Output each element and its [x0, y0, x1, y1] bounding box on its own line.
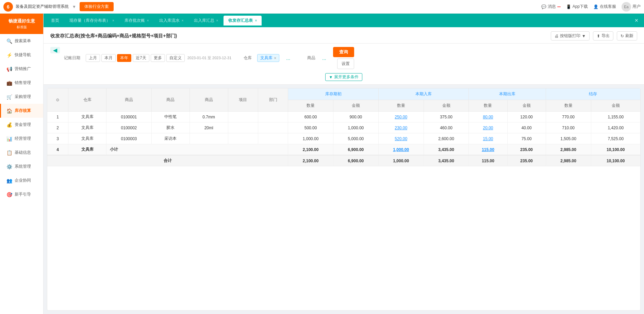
tab-batch-account-close[interactable]: ×: [147, 19, 149, 22]
purchase-icon: 🛒: [6, 94, 12, 100]
opening-group-header: 库存期初: [288, 88, 379, 100]
print-dropdown-icon: ▼: [582, 34, 586, 38]
sidebar-item-basic-info[interactable]: 📋 基础信息: [0, 146, 43, 160]
subtotal-out-qty[interactable]: 115.00: [469, 144, 507, 155]
date-btn-custom[interactable]: 自定义: [166, 54, 185, 62]
refresh-button[interactable]: ↻ 刷新: [617, 31, 637, 40]
goods-ellipsis[interactable]: ...: [321, 55, 328, 61]
subtotal-row: 4 文具库 小计 2,100.00 6,900.00 1,000.00 3,43…: [47, 144, 640, 155]
tab-batch-account[interactable]: 库存批次账 ×: [120, 16, 154, 26]
filter-collapse-button[interactable]: ◀: [50, 47, 60, 53]
table-container: ⚙ 仓库 商品 商品 商品 项目 部门 库存期初 本期入库 本期出库: [47, 88, 641, 311]
sidebar-logo: 畅捷通好生意 标准版: [0, 14, 43, 34]
data-table: ⚙ 仓库 商品 商品 商品 项目 部门 库存期初 本期入库 本期出库: [47, 88, 640, 166]
tab-stock-dist[interactable]: 现存量（库存分布表） ×: [65, 16, 119, 26]
tab-home[interactable]: 首页: [46, 16, 64, 26]
message-button[interactable]: 💬 消息: [541, 4, 561, 10]
table-row: 2 文具库 0100002 胶水 20ml 500.00 1,000.00 23…: [47, 122, 640, 133]
expand-icon: ▼: [329, 75, 333, 80]
tab-receive-summary[interactable]: 收发存汇总表 ×: [224, 16, 262, 26]
settings-button[interactable]: 设置: [337, 59, 354, 69]
row-in-amt: 2,600.00: [424, 133, 469, 144]
avatar: Ea: [622, 2, 631, 12]
sidebar-item-cooperation[interactable]: 👥 企业协同: [0, 173, 43, 187]
sales-icon: 💼: [6, 80, 12, 86]
app-wrapper: 6 装备及固定资产辅助管理系统 ▼ 体验行业方案 💬 消息 📱 App下载 👤: [0, 0, 644, 314]
sidebar-item-inventory[interactable]: 🏠 库存核算: [0, 104, 43, 118]
date-btn-this-month[interactable]: 本月: [101, 54, 116, 62]
sidebar-item-guide[interactable]: 🎯 新手引导: [0, 187, 43, 201]
finance-icon: 💰: [6, 122, 12, 128]
row-out-qty[interactable]: 15.00: [469, 133, 507, 144]
sidebar-item-label: 系统管理: [15, 164, 31, 169]
sidebar-item-label: 采购管理: [15, 94, 31, 100]
date-btn-more[interactable]: 更多: [151, 54, 165, 62]
print-button[interactable]: 🖨 按钮版打印 ▼: [551, 31, 590, 40]
sidebar-item-system[interactable]: ⚙️ 系统管理: [0, 160, 43, 173]
goods-spec-col-header: 商品: [189, 88, 228, 112]
row-in-qty[interactable]: 230.00: [378, 122, 424, 133]
app-download-button[interactable]: 📱 App下载: [566, 4, 588, 10]
guide-icon: 🎯: [6, 192, 12, 197]
tab-inout-summary[interactable]: 出入库汇总 ×: [189, 16, 223, 26]
date-btn-this-year[interactable]: 本年: [117, 54, 131, 62]
goods-filter-label: 商品: [307, 55, 315, 61]
date-btn-7days[interactable]: 近7天: [133, 54, 149, 62]
tab-receive-summary-label: 收发存汇总表: [228, 18, 253, 23]
print-icon: 🖨: [555, 34, 559, 38]
sidebar-item-purchase[interactable]: 🛒 采购管理: [0, 90, 43, 104]
sidebar-item-sales[interactable]: 💼 销售管理: [0, 76, 43, 90]
sidebar-item-operation[interactable]: 📊 经营管理: [0, 132, 43, 146]
warehouse-tag-label: 文具库: [260, 55, 273, 61]
total-label: 合计: [47, 155, 288, 166]
top-bar: 6 装备及固定资产辅助管理系统 ▼ 体验行业方案 💬 消息 📱 App下载 👤: [0, 0, 644, 14]
warehouse-ellipsis[interactable]: ...: [285, 55, 292, 61]
row-out-qty[interactable]: 80.00: [469, 112, 507, 122]
tab-stock-dist-close[interactable]: ×: [112, 19, 114, 22]
subtotal-warehouse: 文具库: [68, 144, 106, 155]
goods-code-col-header: 商品: [106, 88, 152, 112]
row-opening-amt: 5,000.00: [333, 133, 379, 144]
settings-col-header[interactable]: ⚙: [47, 88, 68, 112]
export-button[interactable]: ⬆ 导出: [593, 31, 613, 40]
row-opening-amt: 900.00: [333, 112, 379, 122]
sidebar-item-finance[interactable]: 💰 资金管理: [0, 118, 43, 132]
query-button[interactable]: 查询: [333, 47, 354, 57]
filter-row-1: 记账日期 上月 本月 本年 近7天 更多 自定义 2023-01-01 至 20…: [64, 47, 354, 69]
row-in-qty[interactable]: 250.00: [378, 112, 424, 122]
row-out-amt: 40.00: [507, 122, 546, 133]
user-button[interactable]: Ea 用户: [622, 2, 641, 12]
experience-button[interactable]: 体验行业方案: [80, 2, 114, 11]
row-closing-amt: 7,525.00: [591, 133, 640, 144]
page-content: 收发存汇总表(按仓库+商品编码+商品+规格型号+项目+部门) 🖨 按钮版打印 ▼…: [44, 27, 644, 314]
row-opening-qty: 500.00: [288, 122, 333, 133]
online-service-button[interactable]: 👤 在线客服: [593, 4, 616, 10]
table-settings-icon[interactable]: ⚙: [56, 98, 60, 102]
tab-inout-summary-close[interactable]: ×: [216, 19, 218, 22]
warehouse-filter-label: 仓库: [244, 55, 252, 61]
sidebar-item-label: 销售管理: [15, 80, 31, 86]
date-range-text: 2023-01-01 至 2023-12-31: [187, 55, 232, 61]
sidebar-item-search-menu[interactable]: 🔍 搜索菜单: [0, 34, 43, 48]
tab-close-all[interactable]: ✕: [632, 18, 641, 23]
tab-receive-summary-close[interactable]: ×: [255, 19, 257, 22]
sidebar-item-marketing[interactable]: 📢 营销推广: [0, 62, 43, 76]
total-opening-amt: 6,900.00: [333, 155, 379, 166]
sidebar-item-label: 经营管理: [15, 136, 31, 142]
row-in-qty[interactable]: 520.00: [378, 133, 424, 144]
tab-inout-flow-label: 出入库流水: [159, 18, 180, 23]
row-out-qty[interactable]: 20.00: [469, 122, 507, 133]
print-label: 按钮版打印: [560, 33, 580, 39]
row-goods-spec: 20ml: [189, 122, 228, 133]
warehouse-tag-remove[interactable]: ×: [274, 56, 276, 61]
system-dropdown-arrow[interactable]: ▼: [72, 4, 76, 9]
date-btn-last-month[interactable]: 上月: [86, 54, 100, 62]
expand-conditions-button[interactable]: ▼ 展开更多条件: [325, 73, 363, 81]
sidebar-item-label: 新手引导: [15, 192, 31, 197]
table-header-row-1: ⚙ 仓库 商品 商品 商品 项目 部门 库存期初 本期入库 本期出库: [47, 88, 640, 100]
sidebar-logo-line2: 标准版: [17, 25, 27, 30]
tab-inout-flow-close[interactable]: ×: [182, 19, 184, 22]
sidebar-item-quick-nav[interactable]: ⚡ 快捷导航: [0, 48, 43, 62]
tab-inout-flow[interactable]: 出入库流水 ×: [154, 16, 188, 26]
subtotal-in-qty[interactable]: 1,000.00: [378, 144, 424, 155]
